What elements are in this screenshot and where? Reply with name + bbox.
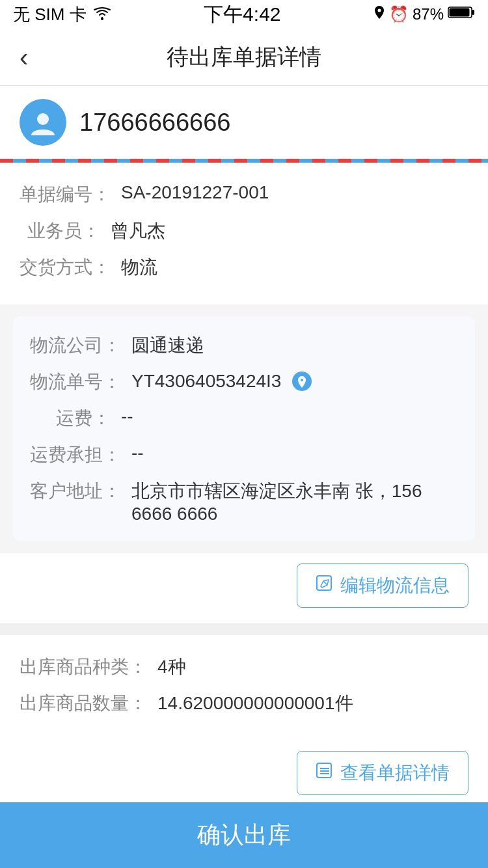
sales-rep-value: 曾凡杰 [111,219,468,243]
address-row: 客户地址： 北京市市辖区海淀区永丰南 张，156 6666 6666 [30,479,458,524]
tracking-value: YT43064053424I3 [131,370,458,393]
freight-bearer-label: 运费承担： [30,442,131,467]
goods-quantity-value: 14.620000000000001件 [157,691,468,716]
svg-line-9 [323,581,327,585]
list-icon [316,762,334,785]
doc-number-label: 单据编号： [20,182,121,207]
edit-icon [316,575,334,597]
tracking-location-icon[interactable] [290,370,314,393]
edit-logistics-label: 编辑物流信息 [340,573,450,598]
delivery-method-label: 交货方式： [20,255,121,280]
delivery-method-row: 交货方式： 物流 [20,255,468,280]
customer-section: 17666666666 [0,86,488,159]
freight-label: 运费： [30,406,121,431]
freight-bearer-row: 运费承担： -- [30,442,458,467]
tracking-label: 物流单号： [30,370,131,394]
carrier-label: 无 SIM 卡 [13,3,87,26]
battery-icon [448,5,475,23]
status-bar: 无 SIM 卡 下午4:42 ⏰ 87% [0,0,488,29]
avatar [20,99,66,146]
edit-logistics-button[interactable]: 编辑物流信息 [297,563,468,608]
nav-bar: ‹ 待出库单据详情 [0,29,488,86]
svg-point-7 [301,379,303,381]
svg-rect-8 [317,576,331,590]
view-details-button[interactable]: 查看单据详情 [297,751,468,795]
freight-row: 运费： -- [30,406,458,431]
battery-text: 87% [413,5,444,23]
svg-rect-4 [449,8,469,17]
tracking-row: 物流单号： YT43064053424I3 [30,370,458,394]
customer-phone: 17666666666 [79,109,230,137]
goods-section: 出库商品种类： 4种 出库商品数量： 14.620000000000001件 [0,635,488,740]
section-divider [0,623,488,635]
address-value: 北京市市辖区海淀区永丰南 张，156 6666 6666 [131,479,458,524]
logistics-company-row: 物流公司： 圆通速递 [30,333,458,358]
edit-btn-container: 编辑物流信息 [0,553,488,623]
status-time: 下午4:42 [204,1,280,28]
alarm-icon: ⏰ [389,5,409,23]
logistics-company-label: 物流公司： [30,333,131,358]
view-details-label: 查看单据详情 [340,761,450,785]
tracking-number: YT43064053424I3 [131,371,281,392]
freight-value: -- [121,406,458,427]
delivery-method-value: 物流 [121,255,468,280]
address-label: 客户地址： [30,479,131,504]
wifi-icon [93,5,111,25]
goods-quantity-row: 出库商品数量： 14.620000000000001件 [20,691,468,716]
view-btn-container: 查看单据详情 [0,740,488,811]
goods-types-row: 出库商品种类： 4种 [20,655,468,679]
doc-number-row: 单据编号： SA-20191227-001 [20,182,468,207]
location-status-icon [373,5,385,23]
status-left: 无 SIM 卡 [13,3,111,26]
svg-rect-3 [472,10,474,15]
confirm-outbound-button[interactable]: 确认出库 [0,819,488,851]
page-title: 待出库单据详情 [167,42,321,72]
back-button[interactable]: ‹ [20,44,28,70]
goods-types-label: 出库商品种类： [20,655,157,679]
document-info-section: 单据编号： SA-20191227-001 业务员： 曾凡杰 交货方式： 物流 [0,163,488,305]
status-right: ⏰ 87% [373,5,475,23]
sales-rep-label: 业务员： [20,219,111,243]
svg-point-5 [37,113,49,125]
doc-number-value: SA-20191227-001 [121,182,468,203]
confirm-btn-container: 确认出库 [0,802,488,868]
svg-point-0 [101,18,103,20]
goods-types-value: 4种 [157,655,468,679]
logistics-company-value: 圆通速递 [131,333,458,358]
logistics-card: 物流公司： 圆通速递 物流单号： YT43064053424I3 运费： -- … [13,316,475,541]
svg-point-1 [377,9,381,12]
goods-quantity-label: 出库商品数量： [20,691,157,716]
sales-rep-row: 业务员： 曾凡杰 [20,219,468,243]
freight-bearer-value: -- [131,442,458,463]
